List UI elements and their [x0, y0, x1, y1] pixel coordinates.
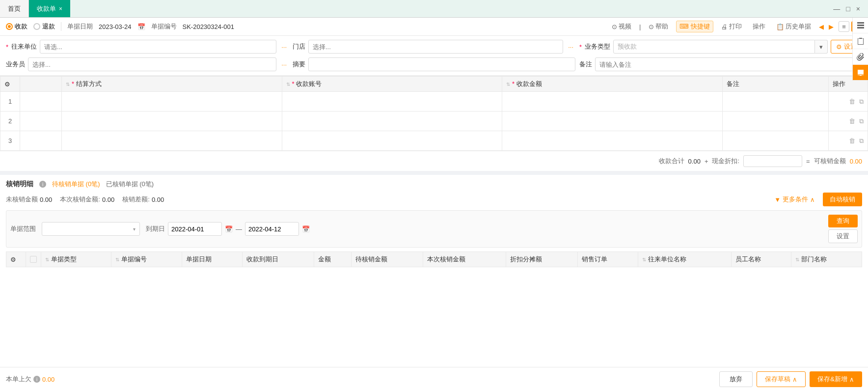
row-2-empty [20, 112, 62, 131]
radio-refund-label: 退款 [42, 22, 55, 31]
sidebar-attachment-icon[interactable] [853, 49, 868, 65]
row-num-1: 1 [0, 92, 20, 112]
row-3-settlement[interactable] [62, 131, 282, 151]
row-1-amount[interactable] [502, 92, 723, 112]
form-section: * 往来单位 ··· 门店 ··· * 业务类型 预收款 ▾ ⚙ [0, 36, 868, 76]
row-2-copy-icon[interactable]: ⧉ [859, 117, 864, 125]
range-label: 单据范围 [10, 224, 36, 233]
summary-input[interactable] [308, 57, 575, 71]
row-3-amount[interactable] [502, 131, 723, 151]
print-btn[interactable]: 🖨 打印 [718, 21, 745, 32]
equals-sign: = [806, 158, 810, 165]
radio-refund[interactable]: 退款 [33, 22, 55, 31]
row-1-delete-icon[interactable]: 🗑 [849, 98, 855, 105]
row-3-account[interactable] [282, 131, 502, 151]
prev-btn[interactable]: ◀ [819, 23, 824, 30]
radio-receipt[interactable]: 收款 [6, 22, 27, 31]
row-num-2: 2 [0, 112, 20, 131]
row-2-remark[interactable] [723, 112, 829, 131]
counterparty-more-btn[interactable]: ··· [279, 42, 289, 52]
business-type-value[interactable]: 预收款 [613, 40, 815, 54]
footer-stat-label: 本单上欠 [6, 375, 31, 384]
row-1-remark[interactable] [723, 92, 829, 112]
filter-setting-button[interactable]: 设置 [828, 229, 858, 243]
salesperson-field: 业务员 ··· [6, 57, 289, 71]
salesperson-more-btn[interactable]: ··· [279, 60, 289, 69]
row-1-account[interactable] [282, 92, 502, 112]
form-row-2: 业务员 ··· 摘要 备注 [6, 57, 862, 71]
next-btn[interactable]: ▶ [829, 23, 834, 30]
operations-btn[interactable]: 操作 [750, 21, 768, 32]
row-1-settlement[interactable] [62, 92, 282, 112]
available-value: 0.00 [850, 158, 862, 165]
row-3-delete-icon[interactable]: 🗑 [849, 137, 855, 144]
diff-value: 0.00 [152, 196, 164, 203]
pending-tab[interactable]: 待核销单据 (0笔) [52, 180, 100, 189]
auto-verification-btn[interactable]: 自动核销 [823, 193, 862, 206]
divider-1 [61, 22, 61, 31]
remark-input[interactable] [595, 57, 862, 71]
summary-row: 收款合计 0.00 + 现金折扣: = 可核销金额 0.00 [0, 151, 868, 171]
range-select[interactable]: ▾ [42, 222, 140, 236]
video-btn[interactable]: ⊙ 视频 [609, 21, 634, 32]
business-type-label: 业务类型 [585, 42, 610, 51]
bth-setting[interactable]: ⚙ [6, 252, 26, 267]
th-setting[interactable]: ⚙ [0, 77, 20, 92]
save-new-button[interactable]: 保存&新增 ∧ [810, 371, 862, 387]
sidebar-table-icon[interactable] [853, 18, 868, 33]
business-type-select: 预收款 ▾ [613, 40, 828, 54]
close-button[interactable]: × [856, 5, 860, 13]
footer-info-icon[interactable]: i [33, 376, 40, 383]
available-label: 可核销金额 [814, 157, 846, 166]
store-input[interactable] [308, 40, 563, 54]
select-all-checkbox[interactable] [30, 256, 37, 263]
history-btn[interactable]: 📋 历史单据 [773, 21, 814, 32]
receipt-table-section: ⚙ ⇅ * 结算方式 ⇅ * 收款账号 ⇅ * 收款 [0, 76, 868, 151]
bth-amount: 金额 [314, 252, 352, 267]
bth-checkbox[interactable] [26, 252, 41, 267]
cal-end-icon[interactable]: 📅 [302, 225, 310, 233]
tab-close-icon[interactable]: × [59, 5, 62, 12]
sidebar-clipboard-icon[interactable] [853, 33, 868, 49]
date-end-input[interactable] [245, 222, 299, 236]
row-2-delete-icon[interactable]: 🗑 [849, 117, 855, 125]
help-btn[interactable]: ⊙ 帮助 [646, 21, 671, 32]
maximize-button[interactable]: □ [846, 5, 850, 13]
row-2-settlement[interactable] [62, 112, 282, 131]
row-2-amount[interactable] [502, 112, 723, 131]
bth-number: ⇅ 单据编号 [111, 252, 182, 267]
tab-receipt[interactable]: 收款单 × [29, 0, 70, 17]
minimize-button[interactable]: — [833, 5, 840, 13]
row-3-copy-icon[interactable]: ⧉ [859, 137, 864, 144]
row-2-account[interactable] [282, 112, 502, 131]
row-2-ops: 🗑 ⧉ [829, 112, 868, 131]
counterparty-input[interactable] [40, 40, 276, 54]
receipt-type-group: 收款 退款 [6, 22, 55, 31]
business-type-arrow[interactable]: ▾ [815, 40, 828, 54]
verification-info-icon[interactable]: i [39, 181, 46, 188]
cal-start-icon[interactable]: 📅 [225, 225, 233, 233]
calendar-icon[interactable]: 📅 [137, 23, 145, 30]
query-button[interactable]: 查询 [828, 215, 858, 227]
discard-button[interactable]: 放弃 [719, 371, 753, 387]
filter-icon: ▼ [774, 196, 781, 203]
radio-receipt-label: 收款 [15, 22, 27, 31]
date-start-input[interactable] [168, 222, 222, 236]
keyboard-btn[interactable]: ⌨ 快捷键 [676, 21, 713, 32]
row-1-copy-icon[interactable]: ⧉ [859, 98, 864, 105]
tab-bar: 首页 收款单 × — □ × [0, 0, 868, 18]
discount-input[interactable] [743, 155, 802, 167]
store-more-btn[interactable]: ··· [566, 42, 575, 52]
bottom-table: ⚙ ⇅ 单据类型 ⇅ 单据编号 单据日期 [6, 251, 862, 267]
save-draft-label: 保存草稿 [765, 375, 790, 384]
save-draft-button[interactable]: 保存草稿 ∧ [757, 371, 806, 387]
salesperson-input[interactable] [28, 57, 276, 71]
diff-label: 核销差额: [122, 195, 150, 204]
sidebar-screen-icon[interactable] [853, 65, 868, 81]
row-3-remark[interactable] [723, 131, 829, 151]
verification-header: 核销明细 i 待核销单据 (0笔) 已核销单据 (0笔) [6, 180, 862, 189]
verified-tab[interactable]: 已核销单据 (0笔) [106, 180, 154, 189]
tab-home[interactable]: 首页 [0, 0, 29, 17]
list-view-icon[interactable]: ≡ [839, 21, 849, 32]
more-filter-btn[interactable]: ▼ 更多条件 ∧ [774, 195, 815, 204]
